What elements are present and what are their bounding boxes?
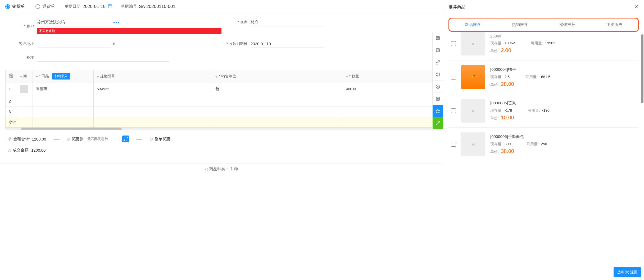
rec-item: ◆ 250ml 现存量:19952 可用量:19903 单价:2.00 — [448, 32, 639, 60]
subtotal-row: 小计 — [6, 117, 438, 128]
radio-unchecked-icon — [35, 4, 40, 9]
product-image-placeholder: ◆ — [461, 32, 485, 55]
doc-date-value[interactable]: 2020-01-10 — [83, 4, 106, 9]
ribbon-link-icon[interactable] — [433, 56, 443, 68]
rec-tab-new[interactable]: 新品推荐 — [449, 18, 496, 31]
tab-sales-label: 销货单 — [12, 4, 25, 9]
rec-stock: 19952 — [505, 41, 515, 45]
currency-icon: ㊎ — [8, 137, 12, 141]
rec-price: 10.00 — [501, 115, 514, 120]
minus-icon: — — [137, 136, 142, 142]
coupon-input[interactable] — [86, 136, 121, 142]
product-kinds-label: 商品种类： — [209, 167, 229, 171]
col-qty[interactable]: ◆数量 — [343, 70, 437, 82]
tab-return-order[interactable]: 退货单 — [30, 0, 60, 13]
svg-point-4 — [11, 75, 12, 77]
rec-stock: 2.5 — [505, 75, 510, 79]
tab-sales-order[interactable]: 销货单 — [0, 0, 30, 13]
rec-stock: -178 — [505, 108, 512, 113]
rec-stock: 300 — [505, 142, 511, 146]
rec-avail: 256 — [541, 142, 547, 146]
rec-avail: -681.5 — [540, 75, 550, 79]
rec-avail: 19903 — [545, 41, 555, 45]
product-image-placeholder: ◆ — [461, 132, 485, 156]
rec-item-name: 250ml — [490, 34, 636, 38]
rec-item-name: [0000004]橘子 — [490, 67, 636, 72]
warehouse-label: 仓库 — [221, 20, 251, 25]
rec-price: 38.00 — [501, 148, 514, 154]
product-kinds-suffix: 种 — [234, 167, 238, 171]
rec-item: ◆ [0000005]芒果 现存量:-178 可用量:-190 单价:10.00 — [448, 94, 639, 128]
address-input[interactable] — [37, 40, 111, 48]
rec-tab-hot[interactable]: 热销推荐 — [496, 18, 543, 31]
ribbon-currency-icon[interactable] — [433, 93, 443, 105]
ribbon-lines-icon[interactable] — [433, 32, 443, 44]
discount-label: 整单优惠: — [155, 137, 171, 142]
rec-item-checkbox[interactable] — [451, 108, 456, 113]
doc-no-value: SA-20200110-001 — [139, 4, 175, 9]
product-kinds-value: 1 — [230, 167, 233, 171]
col-unit[interactable]: ◆销售单位 — [212, 70, 343, 82]
ribbon-swap-icon[interactable] — [433, 68, 443, 81]
rec-item-checkbox[interactable] — [451, 75, 456, 80]
col-spec[interactable]: ◆规格型号 — [94, 70, 212, 82]
rec-tab-slow[interactable]: 滞销推荐 — [544, 18, 591, 31]
line-items-table: ◆商 ◆商品 扫码录入 ◆规格型号 ◆销售单位 ◆数量 1 果倍爽 — [5, 70, 438, 128]
amount-label: 金额合计: — [13, 137, 30, 142]
customer-more-icon[interactable]: ••• — [113, 20, 120, 25]
vertical-scrollbar[interactable] — [641, 34, 643, 103]
product-image-placeholder: ◆ — [461, 99, 485, 123]
side-ribbon — [432, 32, 443, 129]
scan-input-button[interactable]: 扫码录入 — [52, 73, 70, 80]
warehouse-input[interactable] — [251, 18, 325, 26]
table-row[interactable]: 1 果倍爽 534532 包 400.00 — [6, 82, 438, 96]
coupon-icon: ◎ — [67, 137, 70, 141]
rec-item-checkbox[interactable] — [451, 41, 456, 46]
table-row[interactable]: 2 — [6, 96, 438, 106]
rec-item: ◆ [0000006]手撕面包 现存量:300 可用量:256 单价:38.00 — [448, 128, 639, 161]
customer-input[interactable] — [37, 18, 111, 26]
address-label: 客户地址 — [8, 41, 37, 46]
deal-label: 成交金额: — [13, 148, 30, 153]
rec-tab-history[interactable]: 浏览历史 — [591, 18, 638, 31]
minus-icon: — — [53, 136, 59, 142]
svg-rect-0 — [108, 5, 112, 8]
svg-line-16 — [438, 121, 440, 123]
remark-label: 备注 — [8, 55, 37, 60]
rec-price: 28.00 — [501, 81, 514, 87]
svg-line-17 — [436, 124, 437, 125]
product-count-icon: ◎ — [205, 167, 208, 171]
svg-marker-15 — [436, 109, 440, 113]
col-img[interactable]: ◆商 — [17, 70, 33, 82]
svg-point-10 — [436, 73, 440, 76]
ribbon-expand-icon[interactable] — [433, 117, 443, 129]
customer-tag: 不固定账期 — [37, 28, 221, 34]
product-image-orange: 🍊 — [461, 65, 485, 89]
doc-date-label: 单据日期 — [65, 4, 80, 9]
ribbon-cancel-icon[interactable] — [433, 81, 443, 93]
due-label: 收款到期日 — [221, 41, 251, 46]
radio-checked-icon — [5, 4, 10, 9]
chevron-down-icon[interactable]: ▼ — [112, 42, 115, 46]
rec-item-checkbox[interactable] — [451, 142, 456, 147]
ribbon-chart-icon[interactable] — [433, 44, 443, 56]
due-input[interactable] — [251, 40, 325, 48]
rec-item: 🍊 [0000004]橘子 现存量:2.5 可用量:-681.5 单价:28.0… — [448, 60, 639, 94]
table-settings[interactable] — [6, 70, 17, 82]
rec-panel-title: 推荐商品 — [448, 4, 465, 10]
ribbon-star-icon[interactable] — [433, 105, 443, 117]
table-row[interactable]: 3 — [6, 106, 438, 117]
product-thumb — [20, 85, 28, 93]
col-product[interactable]: ◆商品 扫码录入 — [33, 70, 94, 82]
amount-value: 1200.00 — [32, 137, 46, 141]
deal-value: 1200.00 — [31, 148, 46, 152]
remark-input[interactable] — [37, 54, 169, 62]
rec-item-name: [0000005]芒果 — [490, 101, 636, 106]
deal-icon: ◎ — [8, 148, 11, 152]
refresh-button[interactable] — [122, 136, 129, 142]
rec-price: 2.00 — [501, 47, 511, 53]
customer-label: 客户 — [8, 24, 37, 29]
horizontal-scrollbar[interactable] — [5, 128, 438, 130]
calendar-icon[interactable] — [108, 4, 112, 9]
close-icon[interactable]: ✕ — [634, 4, 639, 10]
